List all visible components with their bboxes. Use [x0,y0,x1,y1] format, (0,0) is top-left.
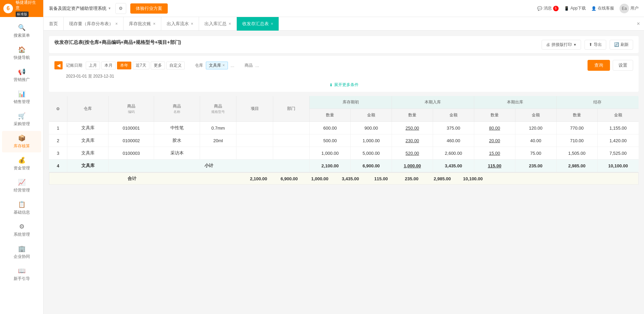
tab-batch-close[interactable]: × [153,21,155,26]
warehouse-more-dots[interactable]: ... [231,63,234,68]
row1-project [236,122,273,134]
sidebar-item-search[interactable]: 🔍 搜索菜单 [2,20,41,42]
row1-no: 1 [49,122,67,134]
user-menu-button[interactable]: Ea 用户 [620,4,639,13]
row3-in-qty[interactable]: 520.00 [392,147,433,160]
system-title-dropdown[interactable]: 装备及固定资产辅助管理系统 ▼ [49,5,111,12]
message-button[interactable]: 💬 消息 6 [537,5,559,11]
settings-button[interactable]: ⚙ [115,3,126,14]
row1-spec: 0.7mm [200,122,236,134]
sidebar-item-basic[interactable]: 📋 基础信息 [2,197,41,219]
online-service-button[interactable]: 👤 在线客服 [591,5,614,11]
home-icon: 🏠 [18,46,26,53]
download-icon: 📱 [564,6,569,11]
row2-name: 胶水 [154,134,200,147]
message-label: 消息 [544,5,552,11]
goods-more-dots[interactable]: ... [255,63,259,68]
app-edition: 标准版 [16,12,29,17]
row1-in-qty[interactable]: 250.00 [392,122,433,134]
sidebar-item-quick[interactable]: 🏠 快捷导航 [2,43,41,64]
table-settings-col[interactable]: ⚙ [49,96,67,122]
row2-no: 2 [49,134,67,147]
sidebar-item-sales[interactable]: 📊 销售管理 [2,87,41,108]
sidebar-label-sales: 销售管理 [14,99,30,105]
tab-flow-close[interactable]: × [191,21,193,26]
filter-collapse-button[interactable]: ◀ [54,61,63,69]
tab-flow-label: 出入库流水 [167,21,189,27]
col-in-qty: 数量 [392,109,433,122]
col-dept: 部门 [273,96,309,122]
row3-out-qty[interactable]: 15.00 [474,147,515,160]
tab-summary[interactable]: 出入库汇总 × [199,17,237,31]
subtotal-out-qty[interactable]: 115.00 [474,160,515,172]
sidebar-item-finance[interactable]: 💰 资金管理 [2,153,41,175]
sidebar-item-inventory[interactable]: 📦 库存核算 [2,131,41,152]
tab-summary-close[interactable]: × [229,21,231,26]
sidebar-item-system[interactable]: ⚙ 系统管理 [2,219,41,241]
row2-open-qty: 500.00 [310,134,351,147]
refresh-button[interactable]: 🔄 刷新 [610,40,633,50]
row2-bal-qty: 710.00 [556,134,597,147]
printer-icon: 🖨 [546,42,550,47]
date-btn-this-month[interactable]: 本月 [101,62,116,69]
row2-in-qty[interactable]: 230.00 [392,134,433,147]
row3-dept [273,147,309,160]
expand-conditions-button[interactable]: ⬇ 展开更多条件 [329,82,359,88]
row1-bal-amt: 1,155.00 [597,122,639,134]
total-open-amt: 6,900.00 [274,176,304,181]
col-warehouse: 仓库 [67,96,109,122]
table-row: 3 文具库 0100003 采访本 1,000.00 5,000.00 520.… [49,147,639,160]
tab-home[interactable]: 首页 [44,17,64,31]
sidebar-item-purchase[interactable]: 🛒 采购管理 [2,109,41,130]
row3-warehouse: 文具库 [67,147,109,160]
warehouse-tag-remove[interactable]: × [222,63,225,68]
print-button[interactable]: 🖨 拼接版打印 ▼ [542,40,581,50]
tab-recv-summary[interactable]: 收发存汇总表 × [237,17,279,31]
subtotal-no: 4 [49,160,67,172]
sidebar-label-finance: 资金管理 [14,165,30,171]
subtotal-out-amt: 235.00 [515,160,556,172]
total-in-qty: 1,000.00 [304,176,335,181]
row1-out-amt: 120.00 [515,122,556,134]
sidebar-item-marketing[interactable]: 📢 营销推广 [2,65,41,86]
app-download-button[interactable]: 📱 App下载 [564,5,586,11]
page-header: 收发存汇总表(按仓库+商品编码+商品+规格型号+项目+部门) 🖨 拼接版打印 ▼… [49,36,639,53]
col-name: 商品名称 [154,96,200,122]
tab-stock-dist[interactable]: 现存量（库存分布表） × [64,17,123,31]
date-btn-last-month[interactable]: 上月 [86,62,100,69]
tab-home-label: 首页 [49,21,58,27]
query-button[interactable]: 查询 [588,60,610,71]
sidebar-item-operation[interactable]: 📈 经营管理 [2,175,41,197]
subtotal-bal-amt: 10,100.00 [597,160,639,172]
row3-open-qty: 1,000.00 [310,147,351,160]
sidebar-label-marketing: 营销推广 [14,77,30,83]
row1-out-qty[interactable]: 80.00 [474,122,515,134]
date-btn-7days[interactable]: 近7天 [133,62,149,69]
tab-batch[interactable]: 库存批次账 × [123,17,161,31]
sidebar-item-corp[interactable]: 🏢 企业协同 [2,242,41,263]
row2-out-qty[interactable]: 20.00 [474,134,515,147]
filter-settings-button[interactable]: 设置 [613,60,633,71]
trend-icon: 📈 [18,179,26,186]
export-button[interactable]: ⬆ 导出 [584,40,606,50]
topbar: 装备及固定资产辅助管理系统 ▼ ⚙ 体验行业方案 💬 消息 6 📱 App下载 … [44,0,644,17]
sidebar-item-newbie[interactable]: 📖 新手引导 [2,264,41,285]
date-btn-this-year[interactable]: 本年 [117,62,131,69]
col-out-amt: 金额 [515,109,556,122]
tab-stock-dist-close[interactable]: × [115,21,118,26]
cart-icon: 🛒 [18,112,26,120]
total-bal-amt: 10,100.00 [458,176,488,181]
system-title: 装备及固定资产辅助管理系统 [49,5,106,12]
tab-recv-summary-close[interactable]: × [271,21,273,26]
tab-flow[interactable]: 出入库流水 × [161,17,199,31]
service-icon: 👤 [591,6,596,11]
trial-button[interactable]: 体验行业方案 [130,3,168,14]
date-btn-custom[interactable]: 自定义 [166,62,185,69]
subtotal-open-qty: 2,100.00 [310,160,351,172]
subtotal-in-qty[interactable]: 1,000.00 [392,160,433,172]
tabbar-close-all[interactable]: × [633,21,644,27]
sidebar-logo[interactable]: 6 畅捷通好生意 标准版 [0,0,43,17]
date-btn-more[interactable]: 更多 [151,62,165,69]
sidebar-label-basic: 基础信息 [14,210,30,215]
row3-bal-qty: 1,505.00 [556,147,597,160]
